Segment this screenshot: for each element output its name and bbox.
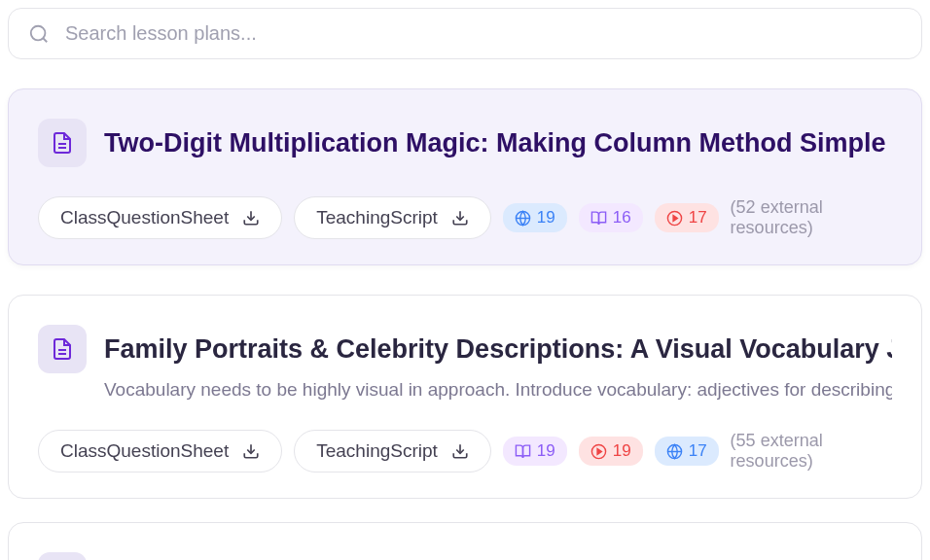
button-label: TeachingScript — [316, 207, 438, 228]
play-stat-badge: 17 — [655, 203, 719, 232]
document-icon-box — [38, 119, 87, 167]
button-label: TeachingScript — [316, 440, 438, 462]
play-stat-badge: 19 — [579, 437, 643, 466]
globe-icon — [515, 210, 531, 227]
book-icon — [590, 210, 607, 227]
external-resources-count: (55 external resources) — [731, 431, 892, 472]
lesson-card[interactable]: Family Portraits: Visual Vocabulary Buil… — [8, 522, 922, 560]
book-stat-badge: 19 — [503, 437, 567, 466]
globe-stat-badge: 17 — [655, 437, 719, 466]
search-bar[interactable] — [8, 8, 922, 59]
book-icon — [515, 443, 531, 460]
download-icon — [451, 209, 469, 227]
globe-icon — [666, 443, 683, 460]
play-icon — [590, 443, 607, 460]
stat-value: 16 — [613, 208, 631, 228]
globe-stat-badge: 19 — [503, 203, 567, 232]
svg-marker-9 — [673, 215, 677, 221]
play-icon — [666, 210, 683, 227]
download-icon — [242, 209, 260, 227]
stat-value: 17 — [689, 441, 707, 461]
search-icon — [28, 23, 50, 45]
teaching-script-button[interactable]: TeachingScript — [294, 196, 491, 239]
lesson-card[interactable]: Family Portraits & Celebrity Description… — [8, 295, 922, 499]
document-icon-box — [38, 552, 87, 560]
external-resources-count: (52 external resources) — [731, 197, 892, 238]
stat-value: 19 — [537, 441, 555, 461]
stat-value: 17 — [689, 208, 707, 228]
stat-value: 19 — [613, 441, 631, 461]
document-icon — [51, 131, 74, 155]
document-icon — [51, 337, 74, 361]
lesson-title: Family Portraits & Celebrity Description… — [104, 334, 892, 365]
lesson-card[interactable]: Two-Digit Multiplication Magic: Making C… — [8, 88, 922, 265]
class-question-sheet-button[interactable]: ClassQuestionSheet — [38, 196, 282, 239]
download-icon — [242, 442, 260, 460]
button-label: ClassQuestionSheet — [60, 440, 229, 462]
stat-value: 19 — [537, 208, 555, 228]
lesson-title: Two-Digit Multiplication Magic: Making C… — [104, 128, 892, 158]
teaching-script-button[interactable]: TeachingScript — [294, 430, 491, 472]
svg-marker-15 — [597, 448, 601, 454]
class-question-sheet-button[interactable]: ClassQuestionSheet — [38, 430, 282, 472]
book-stat-badge: 16 — [579, 203, 643, 232]
svg-point-0 — [31, 25, 46, 40]
svg-line-1 — [43, 38, 47, 42]
lesson-description: Vocabulary needs to be highly visual in … — [104, 379, 892, 401]
search-input[interactable] — [65, 22, 902, 45]
document-icon-box — [38, 325, 87, 373]
download-icon — [451, 442, 469, 460]
button-label: ClassQuestionSheet — [60, 207, 229, 228]
